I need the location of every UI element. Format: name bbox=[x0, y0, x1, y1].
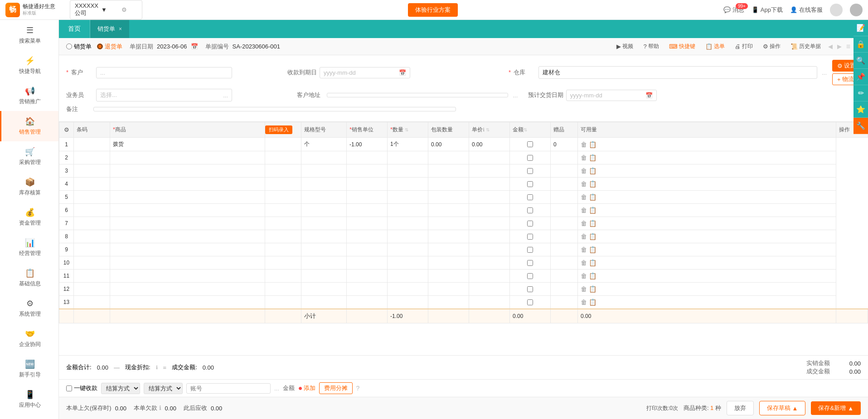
float-btn-1[interactable]: 📝 bbox=[853, 20, 868, 36]
copy-row-13-btn[interactable]: 📋 bbox=[589, 299, 596, 306]
delete-row-2-btn[interactable]: 🗑 bbox=[581, 154, 587, 161]
gift-checkbox-11[interactable] bbox=[527, 273, 533, 279]
copy-row-4-btn[interactable]: 📋 bbox=[589, 180, 596, 188]
scan-btn[interactable]: 扫码录入 bbox=[265, 125, 292, 134]
sidebar-item-quick-nav[interactable]: ⚡ 快捷导航 bbox=[0, 50, 58, 81]
payment-calendar-icon[interactable]: 📅 bbox=[399, 69, 406, 76]
cell-quantity-2[interactable] bbox=[347, 151, 388, 164]
cell-spec-1[interactable] bbox=[265, 138, 301, 151]
warehouse-dots[interactable]: ... bbox=[822, 69, 827, 76]
copy-row-7-btn[interactable]: 📋 bbox=[589, 220, 596, 227]
gift-checkbox-12[interactable] bbox=[527, 286, 533, 292]
copy-row-10-btn[interactable]: 📋 bbox=[589, 259, 596, 266]
save-new-btn[interactable]: 保存&新增 ▲ bbox=[811, 401, 861, 415]
delete-row-5-btn[interactable]: 🗑 bbox=[581, 193, 587, 201]
cell-product-1[interactable]: 拨货 bbox=[110, 138, 265, 151]
trial-btn[interactable]: 体验行业方案 bbox=[408, 3, 458, 17]
cell-amount-2[interactable] bbox=[469, 151, 510, 164]
gift-checkbox-1[interactable] bbox=[527, 141, 533, 147]
help-icon-payment[interactable]: ? bbox=[356, 385, 360, 392]
amount-sort-icon[interactable]: ⇅ bbox=[524, 127, 527, 132]
toolbar-help-btn[interactable]: ? 帮助 bbox=[640, 42, 661, 51]
message-btn[interactable]: 💬 消息 99+ bbox=[723, 6, 744, 14]
gift-checkbox-10[interactable] bbox=[527, 260, 533, 266]
account-input[interactable] bbox=[186, 383, 271, 394]
sidebar-item-enterprise[interactable]: 🤝 企业协同 bbox=[0, 323, 58, 354]
gift-checkbox-5[interactable] bbox=[527, 194, 533, 200]
copy-row-2-btn[interactable]: 📋 bbox=[589, 154, 596, 161]
tab-active[interactable]: 销货单 × bbox=[90, 20, 129, 38]
copy-row-11-btn[interactable]: 📋 bbox=[589, 272, 596, 279]
float-btn-7[interactable]: 🔧 bbox=[853, 118, 868, 134]
delete-row-9-btn[interactable]: 🗑 bbox=[581, 246, 587, 253]
delete-row-3-btn[interactable]: 🗑 bbox=[581, 167, 587, 174]
price-info-icon[interactable]: ℹ bbox=[483, 127, 485, 132]
sidebar-item-operations[interactable]: 📊 经营管理 bbox=[0, 232, 58, 263]
cell-barcode-2[interactable] bbox=[74, 151, 110, 164]
gift-checkbox-6[interactable] bbox=[527, 207, 533, 213]
copy-row-1-btn[interactable]: 📋 bbox=[589, 141, 596, 148]
cell-spec-2[interactable] bbox=[265, 151, 301, 164]
th-scan[interactable]: 扫码录入 bbox=[265, 122, 301, 138]
toolbar-shortcut-btn[interactable]: ⌨ 快捷键 bbox=[666, 42, 698, 51]
delete-row-10-btn[interactable]: 🗑 bbox=[581, 259, 587, 266]
delete-row-8-btn[interactable]: 🗑 bbox=[581, 233, 587, 240]
sidebar-item-wechat[interactable]: 💬 企业微信 bbox=[0, 414, 58, 419]
customer-input[interactable]: ... bbox=[96, 67, 232, 78]
delete-row-7-btn[interactable]: 🗑 bbox=[581, 220, 587, 227]
one-click-pay[interactable]: 一键收款 bbox=[66, 384, 97, 392]
delete-row-12-btn[interactable]: 🗑 bbox=[581, 285, 587, 293]
quantity-sort-icon[interactable]: ⇅ bbox=[405, 127, 408, 132]
calc-method-select[interactable]: 结算方式 bbox=[144, 383, 183, 394]
help-icon-footer[interactable]: ℹ bbox=[159, 405, 161, 411]
add-btn[interactable]: ● 添加 bbox=[298, 384, 315, 392]
delete-row-1-btn[interactable]: 🗑 bbox=[581, 141, 587, 148]
gift-checkbox-7[interactable] bbox=[527, 221, 533, 226]
calendar-icon[interactable]: 📅 bbox=[191, 43, 198, 50]
expected-date-input[interactable]: yyyy-mm-dd 📅 bbox=[566, 90, 657, 101]
cell-amount-1[interactable]: 0.00 bbox=[469, 138, 510, 151]
table-settings-icon[interactable]: ⚙ bbox=[64, 126, 69, 133]
copy-row-9-btn[interactable]: 📋 bbox=[589, 246, 596, 253]
gift-checkbox-3[interactable] bbox=[527, 168, 533, 174]
warehouse-input[interactable]: 建材仓 bbox=[538, 66, 817, 79]
sidebar-item-sales[interactable]: 🏠 销售管理 bbox=[0, 111, 58, 141]
remark-input[interactable] bbox=[93, 107, 456, 111]
cell-unit-price-2[interactable] bbox=[428, 151, 469, 164]
radio-return-order[interactable]: 退货单 bbox=[97, 43, 122, 51]
float-btn-5[interactable]: ✏ bbox=[853, 85, 868, 101]
toolbar-select-btn[interactable]: 📋 选单 bbox=[703, 42, 727, 51]
gift-checkbox-4[interactable] bbox=[527, 181, 533, 187]
cell-unit-price-1[interactable]: 0.00 bbox=[428, 138, 469, 151]
sidebar-item-purchase[interactable]: 🛒 采购管理 bbox=[0, 141, 58, 172]
sidebar-item-inventory[interactable]: 📦 库存核算 bbox=[0, 172, 58, 202]
copy-row-6-btn[interactable]: 📋 bbox=[589, 207, 596, 214]
discard-btn[interactable]: 放弃 bbox=[727, 401, 754, 415]
account-dots[interactable]: ... bbox=[274, 385, 279, 392]
cell-unit-1[interactable]: 个 bbox=[301, 138, 347, 151]
float-btn-6[interactable]: ⭐ bbox=[853, 101, 868, 118]
th-settings[interactable]: ⚙ bbox=[59, 122, 74, 138]
one-click-checkbox[interactable] bbox=[66, 385, 72, 391]
sidebar-item-guide[interactable]: 🆕 新手引导 bbox=[0, 354, 58, 384]
gift-checkbox-9[interactable] bbox=[527, 247, 533, 253]
list-view-icon[interactable]: ≡ bbox=[846, 43, 850, 51]
app-download-btn[interactable]: 📱 App下载 bbox=[752, 6, 783, 14]
cell-unit-2[interactable] bbox=[301, 151, 347, 164]
float-btn-4[interactable]: 📌 bbox=[853, 69, 868, 85]
gift-checkbox-2[interactable] bbox=[527, 155, 533, 161]
float-btn-2[interactable]: 🔒 bbox=[853, 36, 868, 53]
customer-addr-input[interactable] bbox=[327, 93, 508, 97]
cell-barcode-1[interactable] bbox=[74, 138, 110, 151]
gift-checkbox-13[interactable] bbox=[527, 299, 533, 305]
float-btn-3[interactable]: 🔍 bbox=[853, 53, 868, 69]
toolbar-history-btn[interactable]: 📜 历史单据 bbox=[788, 42, 824, 51]
company-selector[interactable]: XXXXXX公司 ▼ ⚙ bbox=[70, 0, 142, 19]
toolbar-print-btn[interactable]: 🖨 打印 bbox=[732, 42, 756, 51]
avatar-2[interactable] bbox=[850, 4, 863, 16]
cell-gift-2[interactable] bbox=[510, 151, 551, 164]
delete-row-6-btn[interactable]: 🗑 bbox=[581, 207, 587, 214]
copy-row-8-btn[interactable]: 📋 bbox=[589, 233, 596, 240]
copy-row-3-btn[interactable]: 📋 bbox=[589, 167, 596, 174]
sidebar-item-appstore[interactable]: 📱 应用中心 bbox=[0, 384, 58, 414]
